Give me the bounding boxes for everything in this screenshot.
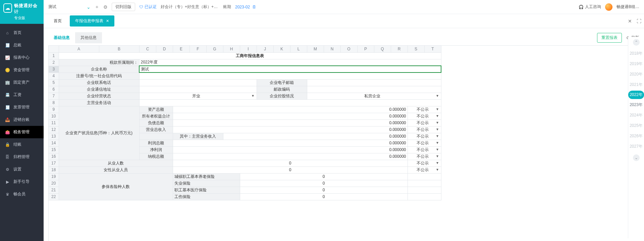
year-item[interactable]: 2018年 [630, 48, 643, 59]
sidebar-item[interactable]: 📈报表中心 [0, 51, 44, 64]
row-header[interactable]: 17 [49, 160, 59, 166]
col-header[interactable]: C [139, 46, 156, 52]
disclosure-select[interactable]: 不公示 [408, 119, 441, 126]
row-header[interactable]: 22 [49, 193, 59, 200]
year-item[interactable]: 2023年 [630, 100, 643, 110]
row-header[interactable]: 1 [49, 52, 59, 59]
row-header[interactable]: 19 [49, 173, 59, 180]
disclosure-select[interactable]: 不公示 [408, 160, 441, 166]
row-header[interactable]: 10 [49, 113, 59, 119]
gear-icon[interactable]: ⚙ [103, 4, 108, 10]
calendar-icon: 🗓 [252, 5, 256, 9]
row-header[interactable]: 3 [49, 66, 59, 73]
row-header[interactable]: 6 [49, 86, 59, 93]
year-item[interactable]: 2021年 [630, 80, 643, 90]
sidebar-item[interactable]: 🧾发票管理 [0, 101, 44, 113]
company-selector[interactable]: 测试 ⌄ [48, 4, 91, 10]
sidebar-item[interactable]: ⚙设置 [0, 163, 44, 176]
col-header[interactable]: E [173, 46, 190, 52]
reg-code-cell[interactable] [139, 73, 441, 79]
row-header[interactable]: 8 [49, 99, 59, 106]
row-header[interactable]: 4 [49, 73, 59, 79]
row-header[interactable]: 5 [49, 79, 59, 86]
fullscreen-icon[interactable]: ⛶ [637, 18, 641, 24]
subtab[interactable]: 其他信息 [75, 32, 102, 43]
row-header[interactable]: 15 [49, 146, 59, 153]
col-header[interactable]: G [206, 46, 223, 52]
switch-old-version-button[interactable]: 切到旧版 [112, 3, 135, 11]
spreadsheet[interactable]: ABCDEFGHIJKLMNOPQRST1工商年报信息表2税款所属期间：2022… [48, 45, 633, 241]
sidebar-item[interactable]: ⌂首页 [0, 27, 44, 39]
sidebar-item[interactable]: 👛税务管理 [0, 126, 44, 138]
tab-annual-report[interactable]: 年报信息申报表 ✕ [70, 15, 114, 27]
period-selector[interactable]: 2023-02 🗓 [235, 5, 256, 9]
disclosure-select[interactable]: 不公示 [408, 106, 441, 113]
sidebar-item[interactable]: 📇工资 [0, 89, 44, 101]
year-item[interactable]: 2027年 [630, 141, 643, 152]
sidebar-item[interactable]: 🔒结账 [0, 138, 44, 151]
row-header[interactable]: 2 [49, 59, 59, 66]
sidebar-item[interactable]: ♛畅会员 [0, 188, 44, 200]
sidebar-item[interactable]: ▶新手引导 [0, 176, 44, 188]
add-icon[interactable]: ＋ [95, 4, 99, 10]
year-item[interactable]: 2024年 [630, 110, 643, 120]
row-header[interactable]: 12 [49, 126, 59, 133]
subtab[interactable]: 基础信息 [48, 32, 75, 43]
business-status-select[interactable]: 开业 [139, 93, 257, 99]
col-header[interactable]: Q [374, 46, 391, 52]
year-item[interactable]: 2020年 [630, 69, 643, 80]
col-header[interactable]: A [59, 46, 99, 52]
col-header[interactable]: O [340, 46, 357, 52]
year-item[interactable]: 2025年 [630, 120, 643, 131]
row-header[interactable]: 20 [49, 180, 59, 187]
col-header[interactable]: S [408, 46, 424, 52]
col-header[interactable]: P [357, 46, 374, 52]
col-header[interactable]: D [156, 46, 173, 52]
year-item[interactable]: 2019年 [630, 59, 643, 69]
col-header[interactable]: K [273, 46, 290, 52]
disclosure-select[interactable]: 不公示 [408, 126, 441, 133]
reset-report-button[interactable]: 重置报表 [597, 33, 622, 43]
row-header[interactable]: 9 [49, 106, 59, 113]
certification-badge[interactable]: 🛡 已认证 [139, 4, 157, 10]
col-header[interactable]: L [290, 46, 307, 52]
disclosure-select[interactable]: 不公示 [408, 133, 441, 140]
holding-type-select[interactable]: 私营企业 [307, 93, 441, 99]
year-item[interactable]: 2026年 [630, 131, 643, 141]
disclosure-select[interactable]: 不公示 [408, 146, 441, 153]
disclosure-select[interactable]: 不公示 [408, 166, 441, 173]
row-header[interactable]: 7 [49, 93, 59, 99]
scroll-years-down-icon[interactable]: ⌄ [633, 154, 640, 161]
row-header[interactable]: 16 [49, 153, 59, 160]
col-header[interactable]: M [307, 46, 324, 52]
disclosure-select[interactable]: 不公示 [408, 153, 441, 160]
sidebar-item[interactable]: 🧾总账 [0, 39, 44, 51]
disclosure-select[interactable]: 不公示 [408, 140, 441, 146]
close-all-icon[interactable]: ✕ [628, 18, 632, 24]
company-name-cell[interactable]: 测试 [139, 66, 441, 73]
col-header[interactable]: R [391, 46, 408, 52]
row-header[interactable]: 13 [49, 133, 59, 140]
col-header[interactable]: F [190, 46, 206, 52]
support-link[interactable]: 🎧 人工咨询 [579, 4, 601, 10]
disclosure-select[interactable]: 不公示 [408, 113, 441, 119]
col-header[interactable]: J [257, 46, 273, 52]
col-header[interactable]: H [223, 46, 240, 52]
tab-home[interactable]: 首页 [48, 15, 67, 27]
row-header[interactable]: 21 [49, 187, 59, 193]
col-header[interactable]: I [240, 46, 257, 52]
row-header[interactable]: 11 [49, 119, 59, 126]
row-header[interactable]: 14 [49, 140, 59, 146]
year-active[interactable]: 2022年 [628, 91, 644, 99]
close-tab-icon[interactable]: ✕ [106, 19, 109, 23]
sidebar-item[interactable]: 🪙资金管理 [0, 64, 44, 76]
sidebar-item[interactable]: 🗄归档管理 [0, 151, 44, 163]
col-header[interactable]: T [424, 46, 441, 52]
col-header[interactable]: N [324, 46, 340, 52]
sidebar-item[interactable]: 🏢固定资产 [0, 76, 44, 89]
sidebar-item[interactable]: 📥进销台账 [0, 113, 44, 126]
row-header[interactable]: 18 [49, 166, 59, 173]
scroll-years-up-icon[interactable]: ⌃ [633, 39, 640, 46]
col-header[interactable]: B [99, 46, 139, 52]
avatar[interactable] [605, 3, 612, 11]
